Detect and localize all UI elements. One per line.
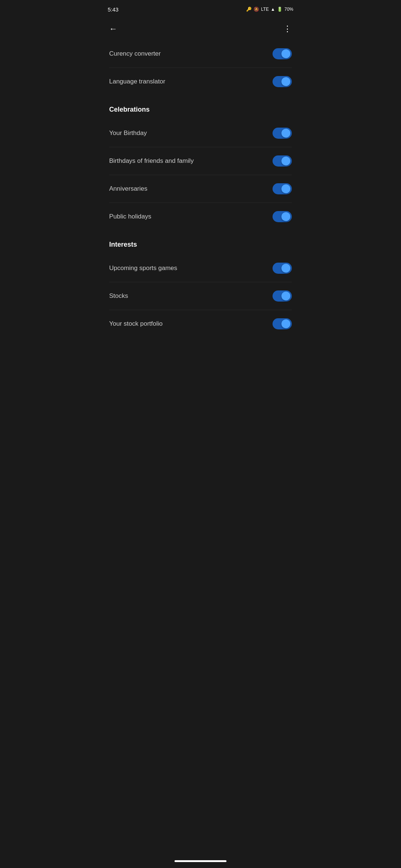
birthdays-friends-family-toggle-thumb [281, 157, 290, 165]
language-translator-label: Language translator [109, 78, 165, 85]
public-holidays-label: Public holidays [109, 213, 151, 220]
upcoming-sports-games-toggle-track [273, 263, 292, 274]
birthdays-friends-family-label: Birthdays of friends and family [109, 157, 194, 165]
more-options-button[interactable]: ⋮ [280, 21, 295, 37]
back-button[interactable]: ← [106, 21, 120, 37]
lte-icon: LTE [261, 7, 269, 12]
stocks-label: Stocks [109, 292, 128, 300]
app-bar: ← ⋮ [100, 18, 301, 40]
settings-item-stocks: Stocks [100, 282, 301, 310]
currency-converter-toggle-track [273, 48, 292, 59]
your-birthday-label: Your Birthday [109, 129, 147, 137]
upcoming-sports-games-toggle[interactable] [273, 263, 292, 274]
currency-converter-toggle[interactable] [273, 48, 292, 59]
interests-section-header: Interests [100, 230, 301, 254]
settings-content: Curency converter Language translator Ce… [100, 40, 301, 338]
celebrations-section-header: Celebrations [100, 95, 301, 119]
settings-item-upcoming-sports-games: Upcoming sports games [100, 254, 301, 282]
back-arrow-icon: ← [109, 24, 117, 34]
key-icon: 🔑 [246, 7, 252, 12]
birthdays-friends-family-toggle[interactable] [273, 155, 292, 167]
language-translator-toggle-thumb [281, 77, 290, 86]
anniversaries-toggle[interactable] [273, 183, 292, 194]
status-bar: 5:43 🔑 🔕 LTE ▲ 🔋 70% [100, 0, 301, 18]
your-birthday-toggle[interactable] [273, 128, 292, 139]
language-translator-toggle[interactable] [273, 76, 292, 87]
interests-title: Interests [109, 241, 137, 248]
mute-icon: 🔕 [254, 7, 259, 12]
upcoming-sports-games-label: Upcoming sports games [109, 264, 177, 272]
your-birthday-toggle-track [273, 128, 292, 139]
your-stock-portfolio-label: Your stock portfolio [109, 320, 163, 328]
currency-converter-toggle-thumb [281, 49, 290, 58]
your-stock-portfolio-toggle-thumb [281, 319, 290, 328]
public-holidays-toggle-track [273, 211, 292, 222]
currency-converter-label: Curency converter [109, 50, 161, 57]
settings-item-your-stock-portfolio: Your stock portfolio [100, 310, 301, 338]
public-holidays-toggle[interactable] [273, 211, 292, 222]
settings-item-your-birthday: Your Birthday [100, 119, 301, 147]
battery-level: 70% [284, 7, 293, 12]
stocks-toggle[interactable] [273, 290, 292, 302]
settings-item-anniversaries: Anniversaries [100, 175, 301, 203]
your-stock-portfolio-toggle[interactable] [273, 318, 292, 329]
signal-icon: ▲ [271, 7, 275, 12]
settings-item-currency-converter: Curency converter [100, 40, 301, 68]
settings-item-birthdays-friends-family: Birthdays of friends and family [100, 147, 301, 175]
stocks-toggle-track [273, 290, 292, 302]
celebrations-title: Celebrations [109, 106, 150, 113]
status-time: 5:43 [108, 6, 118, 13]
settings-item-public-holidays: Public holidays [100, 203, 301, 230]
public-holidays-toggle-thumb [281, 212, 290, 221]
anniversaries-toggle-thumb [281, 184, 290, 193]
upcoming-sports-games-toggle-thumb [281, 264, 290, 273]
stocks-toggle-thumb [281, 292, 290, 300]
birthdays-friends-family-toggle-track [273, 155, 292, 167]
your-stock-portfolio-toggle-track [273, 318, 292, 329]
anniversaries-toggle-track [273, 183, 292, 194]
more-dots-icon: ⋮ [283, 24, 292, 34]
anniversaries-label: Anniversaries [109, 185, 147, 193]
status-icons: 🔑 🔕 LTE ▲ 🔋 70% [246, 7, 293, 12]
your-birthday-toggle-thumb [281, 129, 290, 138]
language-translator-toggle-track [273, 76, 292, 87]
battery-icon: 🔋 [277, 7, 283, 12]
settings-item-language-translator: Language translator [100, 68, 301, 95]
